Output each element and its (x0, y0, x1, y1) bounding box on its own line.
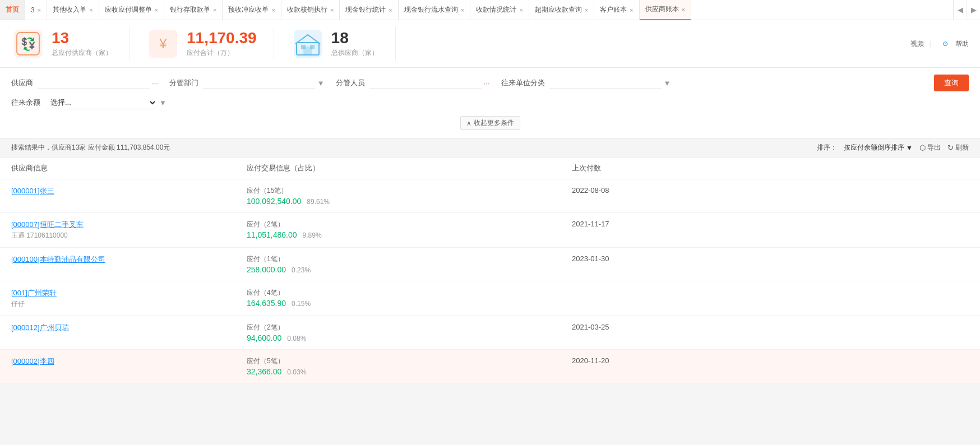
close-icon[interactable]: × (155, 7, 158, 13)
nav-tab-collection[interactable]: 收款核销执行 × (281, 0, 340, 20)
filter-row-2: 往来余额 选择... ▼ (11, 96, 969, 109)
summary-card3-label: 总供应商（家） (331, 48, 378, 58)
nav-tab-home-label: 首页 (6, 5, 19, 15)
close-icon[interactable]: × (89, 7, 93, 13)
tx-label-1: 应付（2笔） (247, 220, 572, 229)
nav-tab-cash-stat[interactable]: 现金银行统计 × (340, 0, 398, 20)
nav-tab-overdue-label: 超期应收款查询 (535, 5, 582, 15)
summary-card2-value: 11,170.39 (187, 30, 257, 46)
nav-tab-advance[interactable]: 预收冲应收单 × (223, 0, 281, 20)
lastpay-cell-1: 2021-11-17 (572, 220, 969, 228)
tx-amount-0[interactable]: 100,092,540.00 (247, 197, 301, 206)
person-input[interactable] (369, 77, 482, 89)
collapse-label: 收起更多条件 (474, 118, 514, 128)
balance-chevron-icon[interactable]: ▼ (159, 99, 167, 107)
supplier-link-1[interactable]: [000007]恒旺二手叉车 (11, 220, 84, 229)
nav-prev-button[interactable]: ◀ (953, 0, 967, 20)
summary-card2-label: 应付合计（万） (187, 48, 257, 58)
tx-amount-5[interactable]: 32,366.00 (247, 367, 281, 376)
tx-amount-3[interactable]: 164,635.90 (247, 299, 286, 308)
nav-tab-customer-ledger[interactable]: 客户账本 × (594, 0, 639, 20)
unit-class-input[interactable] (549, 77, 662, 89)
nav-tab-overdue[interactable]: 超期应收款查询 × (529, 0, 594, 20)
last-pay-date-4: 2021-03-25 (572, 323, 609, 331)
supplier-input[interactable] (38, 77, 150, 89)
col-header-supplier: 供应商信息 (11, 163, 247, 173)
tx-amount-2[interactable]: 258,000.00 (247, 265, 286, 274)
tx-percent-3: 0.15% (292, 300, 311, 308)
dept-chevron-icon[interactable]: ▼ (317, 79, 325, 87)
close-icon[interactable]: × (271, 7, 275, 13)
nav-tab-receipt-stat[interactable]: 收款情况统计 × (470, 0, 529, 20)
nav-tab-other-income[interactable]: 其他收入单 × (47, 0, 99, 20)
tx-percent-4: 0.08% (287, 335, 306, 342)
export-button[interactable]: ⬡ 导出 (919, 143, 941, 152)
supplier-dots-icon[interactable]: ··· (152, 79, 158, 87)
nav-tab-cash-flow[interactable]: 现金银行流水查询 × (399, 0, 470, 20)
help-link[interactable]: ⊙ 帮助 (937, 39, 969, 49)
tx-percent-0: 89.61% (307, 198, 330, 206)
tx-row-0: 100,092,540.00 89.61% (247, 197, 572, 206)
nav-tab-advance-label: 预收冲应收单 (228, 5, 269, 15)
tx-row-1: 11,051,486.00 9.89% (247, 230, 572, 239)
nav-tab-home[interactable]: 首页 (0, 0, 25, 20)
filter-dept: 分管部门 ▼ (169, 77, 325, 89)
transaction-cell-5: 应付（5笔） 32,366.00 0.03% (247, 356, 572, 376)
close-icon[interactable]: × (330, 7, 334, 13)
export-icon: ⬡ (919, 143, 926, 152)
nav-tab-bank-deposit[interactable]: 银行存取款单 × (164, 0, 223, 20)
video-link[interactable]: 视频 (910, 39, 924, 49)
result-bar-right: 排序： 按应付余额倒序排序 ▼ ⬡ 导出 ↻ 刷新 (817, 143, 969, 152)
close-icon[interactable]: × (38, 7, 41, 13)
export-label: 导出 (927, 143, 941, 152)
refresh-button[interactable]: ↻ 刷新 (947, 143, 969, 152)
supplier-link-3[interactable]: [001]广州荣轩 (11, 289, 57, 297)
summary-card1-value: 13 (52, 30, 112, 46)
query-button[interactable]: 查询 (934, 75, 969, 91)
close-icon[interactable]: × (585, 7, 588, 13)
svg-text:¥: ¥ (159, 36, 167, 51)
nav-tab-3-label: 3 (31, 6, 35, 14)
sort-button[interactable]: 按应付余额倒序排序 ▼ (844, 143, 913, 152)
lastpay-cell-4: 2021-03-25 (572, 323, 969, 331)
dept-input[interactable] (203, 77, 315, 89)
close-icon[interactable]: × (682, 6, 685, 13)
tx-amount-1[interactable]: 11,051,486.00 (247, 230, 297, 239)
table-row: [000100]本特勤油品有限公司 应付（1笔） 258,000.00 0.23… (0, 248, 980, 281)
svg-rect-9 (310, 45, 315, 49)
nav-tab-supplier-ledger[interactable]: 供应商账本 × (640, 0, 691, 20)
nav-tab-cash-flow-label: 现金银行流水查询 (404, 5, 458, 15)
tx-row-5: 32,366.00 0.03% (247, 367, 572, 376)
nav-tab-ar-adjust[interactable]: 应收应付调整单 × (99, 0, 164, 20)
last-pay-date-5: 2020-11-20 (572, 356, 609, 365)
supplier-link-2[interactable]: [000100]本特勤油品有限公司 (11, 255, 105, 263)
filter-unit-class: 往来单位分类 ▼ (501, 77, 671, 89)
unit-class-chevron-icon[interactable]: ▼ (664, 79, 671, 87)
table-row: [001]广州荣轩 仔仔 应付（4笔） 164,635.90 0.15% (0, 281, 980, 316)
close-icon[interactable]: × (389, 7, 392, 13)
tx-amount-4[interactable]: 94,600.00 (247, 333, 281, 342)
person-dots-icon[interactable]: ··· (484, 79, 490, 87)
last-pay-date-2: 2023-01-30 (572, 254, 609, 263)
summary-card1-text: 13 总应付供应商（家） (52, 30, 112, 58)
nav-tab-ar-adjust-label: 应收应付调整单 (105, 5, 152, 15)
lastpay-cell-5: 2020-11-20 (572, 356, 969, 365)
help-label: 帮助 (955, 40, 969, 48)
nav-tab-3[interactable]: 3 × (25, 0, 47, 20)
transaction-cell-3: 应付（4笔） 164,635.90 0.15% (247, 288, 572, 308)
collapse-button[interactable]: ∧ 收起更多条件 (460, 116, 520, 130)
supplier-link-0[interactable]: [000001]张三 (11, 187, 54, 195)
close-icon[interactable]: × (519, 7, 523, 13)
close-icon[interactable]: × (630, 7, 633, 13)
close-icon[interactable]: × (461, 7, 464, 13)
col-header-lastpay: 上次付数 (572, 163, 969, 173)
sort-chevron-icon: ▼ (906, 144, 913, 152)
supplier-link-5[interactable]: [000002]李四 (11, 357, 54, 365)
nav-next-button[interactable]: ▶ (967, 0, 980, 20)
balance-select[interactable]: 选择... (45, 96, 157, 109)
data-table: 供应商信息 应付交易信息（占比） 上次付数 [000001]张三 应付（15笔）… (0, 157, 980, 383)
supplier-link-4[interactable]: [000012]广州贝瑞 (11, 323, 69, 332)
transaction-cell-0: 应付（15笔） 100,092,540.00 89.61% (247, 186, 572, 206)
close-icon[interactable]: × (213, 7, 216, 13)
sort-value: 按应付余额倒序排序 (844, 143, 904, 152)
